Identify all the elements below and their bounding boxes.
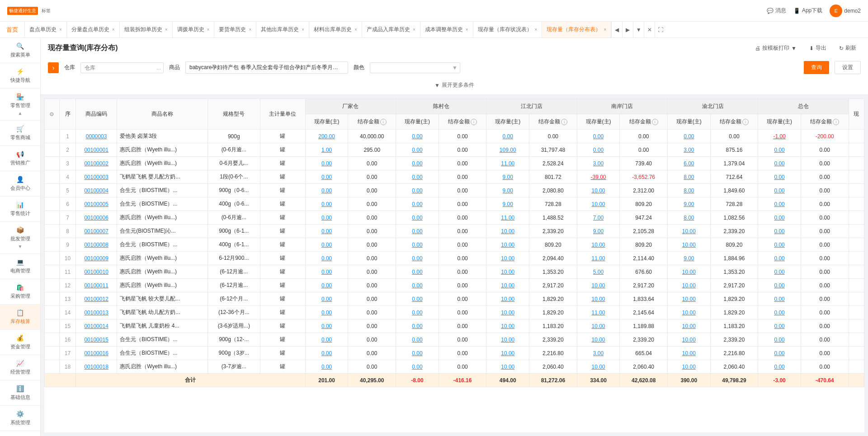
logo-box: 畅捷通好生意 [7, 7, 38, 15]
retail-icon: 🏪 [16, 93, 24, 100]
sidebar-item-finance[interactable]: 💰 资金管理 [0, 330, 40, 355]
yb-amt-info-icon[interactable]: i [742, 119, 749, 125]
th-na-qty: 现存量(主) [577, 114, 620, 130]
th-c-amt: 结存金额i [439, 114, 486, 130]
table-container[interactable]: ⚙ 序 商品编码 商品名称 规格型号 主计量单位 厂家仓 陈村仓 江北门店 南岸… [44, 98, 864, 432]
message-btn[interactable]: 💬 消息 [767, 7, 786, 14]
operations-icon: 📈 [16, 360, 24, 367]
na-amt-info-icon[interactable]: i [652, 119, 658, 125]
refresh-btn[interactable]: ↻ 刷新 [835, 42, 861, 54]
quicknav-icon: ⚡ [16, 68, 24, 75]
tab-cailiao[interactable]: 材料出库单历史 × [309, 22, 362, 38]
search-btn[interactable]: 查询 [804, 61, 829, 74]
c-amt-info-icon[interactable]: i [471, 119, 477, 125]
ecommerce-icon: 💻 [16, 258, 24, 266]
logo-sub: 标签 [42, 8, 51, 14]
color-label: 颜色 [354, 64, 364, 71]
sidebar-item-quicknav[interactable]: ⚡ 快捷导航 [0, 63, 40, 89]
sidebar-item-inventory[interactable]: 📋 库存核算 [0, 305, 40, 330]
sidebar-item-marketing[interactable]: 📢 营销推广 [0, 146, 40, 171]
members-icon: 👤 [16, 176, 24, 183]
th-na-amt: 结存金额i [620, 114, 668, 130]
th-t-amt: 结存金额i [801, 114, 849, 130]
sidebar-item-basic[interactable]: ℹ️ 基础信息 [0, 380, 40, 406]
tab-chancheng[interactable]: 产成品入库单历史 × [362, 22, 420, 38]
tab-close[interactable]: × [207, 27, 210, 32]
tab-close[interactable]: × [302, 27, 304, 32]
tab-close[interactable]: × [535, 27, 538, 32]
tab-home[interactable]: 首页 [0, 22, 25, 38]
purchase-icon: 🛍️ [16, 284, 24, 291]
sidebar-item-retail-mgmt[interactable]: 🏪 零售管理 ▲ [0, 89, 40, 121]
filter-bar: › 仓库 ... 商品 babycare孕妇待产包 春季入院全套母子组合孕妇产后… [48, 57, 861, 78]
table-row: 11 00100010 惠氏启胜（Wyeth illu...) (6-12月逾.… [45, 265, 864, 279]
th-spec: 规格型号 [208, 99, 260, 130]
tab-chengben[interactable]: 成本调整单历史 × [420, 22, 473, 38]
tab-qitachu[interactable]: 其他出库单历史 × [256, 22, 309, 38]
sidebar-item-retail-stats[interactable]: 📊 零售统计 [0, 197, 40, 222]
color-select[interactable] [370, 62, 460, 73]
th-total: 总仓 [758, 99, 849, 114]
th-t-qty: 现存量(主) [758, 114, 801, 130]
sidebar-item-purchase[interactable]: 🛍️ 采购管理 [0, 279, 40, 305]
table-row: 5 00100004 合生元（BIOSTIME）... 900g（0-6... … [45, 184, 864, 197]
page-title-row: 现存量查询(库存分布) 🖨 按模板打印 ▼ ⬇ 导出 ↻ 刷新 [48, 42, 861, 54]
tab-close[interactable]: × [354, 27, 357, 32]
tab-close[interactable]: × [165, 27, 168, 32]
tab-close[interactable]: × [413, 27, 415, 32]
user-menu[interactable]: E demo2 [830, 5, 861, 17]
tab-prev[interactable]: ◀ [611, 22, 622, 38]
tab-close[interactable]: × [112, 27, 115, 32]
phone-icon: 📱 [793, 8, 800, 14]
th-curr: 现 [849, 99, 864, 130]
app-download-btn[interactable]: 📱 App下载 [793, 7, 822, 14]
tab-panjian[interactable]: 盘点单历史 × [25, 22, 67, 38]
tab-close[interactable]: × [466, 27, 468, 32]
table-row: 10 00100009 惠氏启胜（Wyeth illu...) 6-12月900… [45, 252, 864, 265]
export-btn[interactable]: ⬇ 导出 [805, 42, 831, 54]
goods-value[interactable]: babycare孕妇待产包 春季入院全套母子组合孕妇产后冬季月子用品 22件套 … [185, 61, 348, 74]
tab-fenpan[interactable]: 分量盘点单历史 × [67, 22, 120, 38]
tab-close[interactable]: × [249, 27, 251, 32]
t-amt-info-icon[interactable]: i [833, 119, 839, 125]
tab-diaob[interactable]: 调拨单历史 × [173, 22, 215, 38]
settings-btn[interactable]: 设置 [835, 61, 861, 74]
print-btn[interactable]: 🖨 按模板打印 ▼ [750, 42, 801, 54]
tab-menu[interactable]: ▼ [633, 22, 644, 38]
tab-xiancun-state[interactable]: 现存量（库存状况表） × [473, 22, 542, 38]
header-actions: 🖨 按模板打印 ▼ ⬇ 导出 ↻ 刷新 [750, 42, 861, 54]
sidebar-item-operations[interactable]: 📈 经营管理 [0, 355, 40, 380]
table-row: 7 00100006 惠氏启胜（Wyeth illu...) (0-6月逾...… [45, 211, 864, 225]
sidebar-item-wholesale[interactable]: 📦 批发管理 ▼ [0, 222, 40, 254]
sidebar-item-collab[interactable]: 🤝 企业协同 [0, 431, 40, 436]
system-icon: ⚙️ [16, 410, 24, 417]
tab-yaohuo[interactable]: 要货单历史 × [214, 22, 256, 38]
tab-next[interactable]: ▶ [622, 22, 633, 38]
print-icon: 🖨 [755, 45, 760, 52]
tab-close[interactable]: × [59, 27, 62, 32]
jb-amt-info-icon[interactable]: i [561, 119, 567, 125]
th-gear[interactable]: ⚙ [45, 99, 60, 130]
content-area: 现存量查询(库存分布) 🖨 按模板打印 ▼ ⬇ 导出 ↻ 刷新 [41, 38, 868, 436]
warehouse-input[interactable] [80, 62, 164, 73]
tab-close-all[interactable]: ✕ [644, 22, 655, 38]
sidebar-item-system[interactable]: ⚙️ 系统管理 [0, 406, 40, 431]
tab-xiancun-dist[interactable]: 现存量（库存分布表） × [542, 22, 611, 38]
th-yb-amt: 结存金额i [710, 114, 758, 130]
tab-bar: 首页 盘点单历史 × 分量盘点单历史 × 组装拆卸单历史 × 调拨单历史 × 要… [0, 22, 868, 38]
basic-icon: ℹ️ [16, 385, 24, 392]
tab-expand[interactable]: ⛶ [655, 22, 665, 38]
table-row: 14 00100013 飞鹤星飞帆 幼儿配方奶... (12-36个月... 罐… [45, 306, 864, 319]
tab-zuhe[interactable]: 组装拆卸单历史 × [120, 22, 173, 38]
sidebar-item-retail-mall[interactable]: 🛒 零售商城 [0, 121, 40, 146]
th-yb-qty: 现存量(主) [667, 114, 710, 130]
f-amt-info-icon[interactable]: i [380, 119, 387, 125]
th-factory: 厂家仓 [305, 99, 396, 114]
table-row: 18 00100018 惠氏启胜（Wyeth illu...) (3-7岁逾..… [45, 360, 864, 374]
filter-expand-btn[interactable]: › [48, 62, 59, 73]
tab-close[interactable]: × [604, 27, 606, 32]
sidebar-item-search[interactable]: 🔍 搜索英单 [0, 38, 40, 63]
expand-conditions-btn[interactable]: ▼ 展开更多条件 [434, 80, 474, 91]
sidebar-item-members[interactable]: 👤 会员中心 [0, 171, 40, 197]
sidebar-item-ecommerce[interactable]: 💻 电商管理 [0, 254, 40, 279]
